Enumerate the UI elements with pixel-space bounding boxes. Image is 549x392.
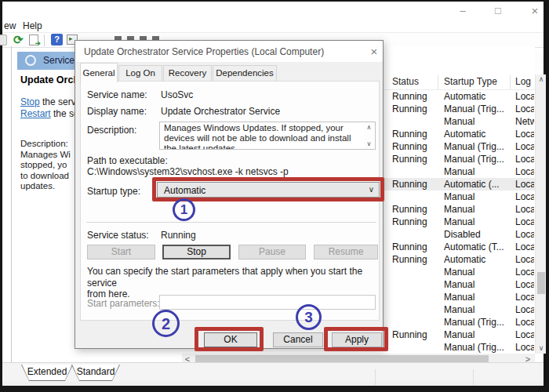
cell-startup: Manual: [444, 279, 513, 290]
cell-logon: Loca: [515, 204, 534, 215]
scroll-up-icon[interactable]: ∧: [364, 124, 374, 131]
annotation-circle-1: 1: [173, 198, 195, 221]
annotation-circle-2: 2: [152, 310, 180, 337]
tab-log-on[interactable]: Log On: [118, 65, 162, 82]
column-header-status[interactable]: Status: [392, 76, 419, 87]
dialog-tab-strip: General Log On Recovery Dependencies: [75, 62, 383, 82]
cell-status: Running: [392, 216, 427, 227]
cell-startup: Manual: [444, 204, 513, 215]
refresh-icon[interactable]: ⟳: [13, 33, 24, 47]
cell-logon: Loca: [515, 166, 534, 177]
stop-button[interactable]: Stop: [162, 245, 231, 260]
cell-logon: Loca: [515, 179, 534, 190]
separator-line: [86, 222, 376, 223]
cell-startup: Manual: [444, 166, 513, 177]
dialog-title: Update Orchestrator Service Properties (…: [84, 46, 324, 57]
scroll-down-icon[interactable]: ∨: [364, 140, 374, 147]
help-icon[interactable]: ?: [51, 34, 63, 45]
service-properties-dialog: Update Orchestrator Service Properties (…: [75, 40, 384, 349]
cell-startup: Manual (Trig...: [444, 342, 513, 353]
menu-help[interactable]: Help: [23, 20, 42, 31]
cancel-button[interactable]: Cancel: [273, 332, 323, 347]
partial-toolbar-icon[interactable]: [0, 34, 7, 45]
cell-logon: Loca: [515, 279, 534, 290]
service-name-label: Service name:: [87, 89, 147, 100]
maximize-icon[interactable]: □: [486, 5, 510, 17]
menu-bar: ew Help: [2, 20, 544, 32]
description-label: Description:: [87, 125, 136, 136]
cell-logon: Loca: [515, 103, 534, 114]
cell-startup: Manual (Trig...: [444, 154, 513, 165]
stop-link[interactable]: Stop: [20, 96, 40, 107]
cell-startup: Manual (Trig...: [444, 141, 513, 152]
cell-startup: Automatic: [444, 254, 513, 265]
cell-startup: Manual (Trig...: [444, 103, 513, 114]
column-separator[interactable]: [510, 75, 511, 89]
resume-button[interactable]: Resume: [314, 245, 378, 260]
view-tab-strip: Extended Standard: [2, 362, 544, 382]
cell-startup: Manual: [444, 304, 513, 315]
tab-dependencies[interactable]: Dependencies: [213, 65, 277, 82]
selected-service-title: Update Orch: [20, 74, 79, 85]
vertical-scrollbar-thumb[interactable]: [537, 272, 545, 294]
annotation-box-apply: [324, 327, 388, 351]
column-separator[interactable]: [438, 75, 438, 89]
dialog-titlebar: Update Orchestrator Service Properties (…: [75, 41, 383, 62]
cell-status: Running: [392, 129, 427, 140]
minimize-icon[interactable]: –: [451, 5, 474, 17]
tab-standard-label: Standard: [71, 366, 120, 377]
service-status-label: Service status:: [87, 230, 149, 241]
cell-logon: Loca: [515, 191, 534, 202]
dialog-close-icon[interactable]: ×: [367, 45, 381, 59]
path-value: C:\Windows\system32\svchost.exe -k netsv…: [87, 166, 289, 177]
cell-status: Running: [392, 329, 427, 340]
cell-startup: Manual: [444, 116, 513, 127]
cell-logon: Loca: [515, 254, 534, 265]
stop-link-rest: the serv: [40, 96, 76, 107]
cell-logon: Loca: [515, 154, 534, 165]
column-header-log-on-as[interactable]: Log: [515, 76, 531, 87]
tree-pane-divider[interactable]: [11, 46, 12, 365]
restart-link[interactable]: Restart: [20, 108, 51, 119]
cell-startup: Automatic: [444, 129, 513, 140]
cell-startup: Manual: [444, 191, 513, 202]
start-parameters-label: Start parameters:: [87, 298, 160, 309]
action-link-row: Stop the serv: [20, 96, 79, 108]
startup-type-label: Startup type:: [87, 186, 140, 197]
start-parameters-input[interactable]: [159, 295, 376, 310]
tab-extended[interactable]: Extended: [21, 365, 73, 381]
cell-logon: Loca: [515, 267, 534, 278]
cell-logon: Loca: [515, 329, 534, 340]
status-bar-separator: [473, 369, 474, 385]
export-list-icon[interactable]: [29, 34, 38, 45]
cell-logon: Loca: [515, 229, 534, 240]
cell-logon: Loca: [515, 241, 534, 252]
description-scroll[interactable]: ∧ ∨: [364, 122, 374, 149]
cell-startup: Disabled: [444, 229, 513, 240]
column-header-startup-type[interactable]: Startup Type: [444, 76, 497, 87]
cell-startup: Manual: [444, 329, 513, 340]
service-name-value: UsoSvc: [161, 89, 193, 100]
start-button[interactable]: Start: [87, 245, 155, 260]
pause-button[interactable]: Pause: [238, 245, 306, 260]
close-icon[interactable]: ×: [523, 5, 547, 17]
cell-logon: Loca: [515, 292, 534, 303]
vertical-scrollbar[interactable]: ∧ ∨: [535, 74, 546, 354]
menu-view-partial[interactable]: ew: [4, 20, 16, 31]
tab-standard[interactable]: Standard: [71, 365, 120, 381]
scroll-down-icon[interactable]: ∨: [536, 343, 547, 354]
tab-recovery[interactable]: Recovery: [163, 65, 212, 82]
display-name-value: Update Orchestrator Service: [161, 106, 280, 117]
cell-startup: Automatic (T...: [444, 241, 513, 252]
path-label: Path to executable:: [87, 155, 168, 166]
status-bar-separator: [375, 369, 376, 385]
cell-status: Running: [392, 154, 427, 165]
description-field[interactable]: Manages Windows Updates. If stopped, you…: [159, 122, 376, 150]
tab-general[interactable]: General: [80, 63, 118, 82]
action-link-row: Restart the se: [20, 108, 79, 120]
cell-status: Running: [392, 254, 427, 265]
cell-startup: Manual (Trig...: [444, 317, 513, 328]
cell-status: Running: [392, 91, 427, 102]
cell-status: Running: [392, 103, 427, 114]
scroll-up-icon[interactable]: ∧: [536, 74, 547, 85]
